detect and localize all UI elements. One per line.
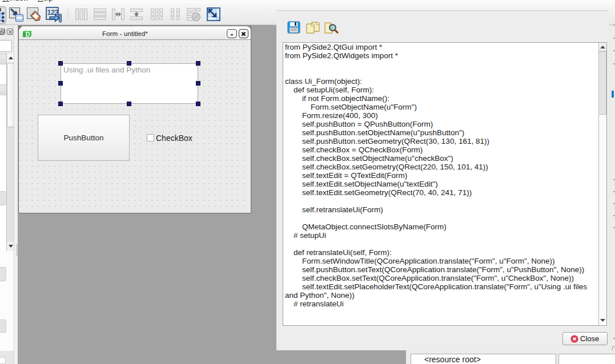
svg-text:123: 123 [47, 9, 59, 17]
